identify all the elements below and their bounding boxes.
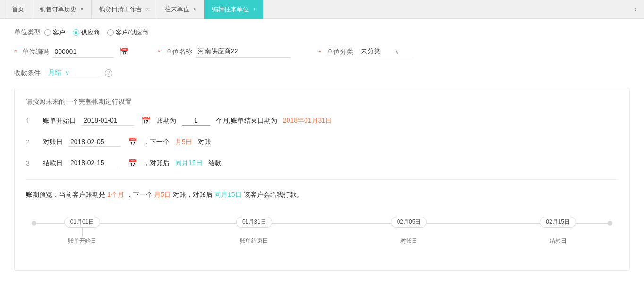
tab-edit-partner-label: 编辑往来单位 bbox=[212, 5, 249, 14]
timeline-node-2: 01月31日 账单结束日 bbox=[236, 217, 272, 245]
row-2-suffix-orange: 月5日 bbox=[175, 138, 192, 146]
row-3-num: 3 bbox=[26, 160, 37, 167]
preview-section: 账期预览：当前客户账期是 1个月 ，下一个 月5日 对账，对账后 同月15日 该… bbox=[26, 184, 618, 200]
row-1-period-label: 账期为 bbox=[156, 117, 176, 125]
row-3-calendar-icon[interactable]: 📅 bbox=[128, 159, 137, 168]
close-partner-unit-icon[interactable]: × bbox=[193, 6, 196, 13]
timeline-node-4: 02月15日 结款日 bbox=[540, 217, 576, 245]
tab-scroll-arrow[interactable]: › bbox=[630, 5, 640, 14]
timeline-left-dot bbox=[32, 221, 36, 226]
node-3-badge: 02月05日 bbox=[391, 217, 427, 228]
row-1-period-end: 2018年01月31日 bbox=[283, 117, 332, 125]
unit-name-group: * 单位名称 bbox=[157, 46, 290, 58]
close-cash-work-icon[interactable]: × bbox=[146, 6, 149, 13]
row-3-suffix-after: 结款 bbox=[208, 159, 221, 168]
close-sales-history-icon[interactable]: × bbox=[80, 6, 84, 13]
row-2-label: 对账日 bbox=[43, 138, 63, 146]
unit-type-label: 单位类型 bbox=[14, 28, 41, 37]
row-2-suffix-before: ，下一个 bbox=[143, 138, 169, 146]
payment-condition-select[interactable]: 月结 ∨ bbox=[44, 67, 101, 79]
unit-code-star: * bbox=[14, 48, 17, 56]
node-4-label: 结款日 bbox=[550, 237, 567, 245]
setting-row-3: 3 结款日 📅 ，对账后 同月15日 结款 bbox=[26, 158, 618, 168]
row-2-num: 2 bbox=[26, 138, 37, 146]
unit-name-label: 单位名称 bbox=[166, 48, 192, 56]
payment-condition-value: 月结 bbox=[48, 68, 61, 77]
row-3-suffix-cyan: 同月15日 bbox=[175, 159, 203, 168]
payment-condition-chevron-icon: ∨ bbox=[65, 69, 69, 76]
unit-classify-group: * 单位分类 未分类 ∨ bbox=[319, 45, 414, 58]
radio-supplier-label: 供应商 bbox=[81, 28, 100, 37]
unit-code-group: * 单位编码 📅 bbox=[14, 46, 129, 58]
row-1-period-input[interactable] bbox=[182, 116, 210, 126]
close-edit-partner-icon[interactable]: × bbox=[253, 6, 256, 13]
unit-classify-dropdown[interactable]: 未分类 ∨ bbox=[357, 45, 414, 58]
tab-bar: 首页 销售订单历史 × 钱货日清工作台 × 往来单位 × 编辑往来单位 × › bbox=[0, 0, 644, 19]
row-2-suffix-after: 对账 bbox=[198, 138, 211, 146]
radio-supplier-btn[interactable] bbox=[73, 29, 79, 36]
row-1-period-unit: 个月,账单结束日期为 bbox=[216, 117, 277, 125]
unit-classify-label: 单位分类 bbox=[327, 48, 353, 56]
main-content: 单位类型 客户 供应商 客户/供应商 * 单位编码 bbox=[0, 19, 644, 287]
row-2-date-input[interactable] bbox=[68, 137, 120, 147]
node-3-label: 对账日 bbox=[400, 237, 417, 245]
unit-code-label: 单位编码 bbox=[22, 48, 49, 56]
unit-classify-value: 未分类 bbox=[361, 47, 381, 56]
radio-both[interactable]: 客户/供应商 bbox=[107, 28, 148, 37]
node-3-vline bbox=[409, 228, 409, 237]
radio-customer-btn[interactable] bbox=[44, 29, 51, 36]
tab-cash-work[interactable]: 钱货日清工作台 × bbox=[92, 0, 157, 19]
tab-home[interactable]: 首页 bbox=[4, 0, 32, 19]
preview-part1: 1个月 bbox=[107, 191, 124, 198]
node-1-badge: 01月01日 bbox=[64, 217, 101, 228]
row-2-calendar-icon[interactable]: 📅 bbox=[128, 137, 137, 146]
node-4-vline bbox=[558, 228, 558, 237]
timeline-node-1: 01月01日 账单开始日 bbox=[64, 217, 101, 245]
settings-card: 请按照未来的一个完整帐期进行设置 1 账单开始日 📅 账期为 个月,账单结束日期… bbox=[14, 88, 630, 271]
node-2-vline bbox=[254, 228, 254, 237]
unit-type-group: 单位类型 客户 供应商 客户/供应商 bbox=[14, 28, 148, 37]
node-4-badge: 02月15日 bbox=[540, 217, 576, 228]
unit-code-input[interactable] bbox=[52, 46, 114, 58]
preview-label: 账期预览：当前客户账期是 bbox=[26, 191, 105, 198]
radio-supplier[interactable]: 供应商 bbox=[73, 28, 100, 37]
payment-condition-label: 收款条件 bbox=[14, 69, 41, 77]
timeline-right-dot bbox=[608, 221, 612, 226]
preview-part2: ，下一个 bbox=[126, 191, 153, 198]
timeline-line bbox=[35, 223, 609, 224]
node-2-label: 账单结束日 bbox=[240, 237, 268, 245]
unit-type-row: 单位类型 客户 供应商 客户/供应商 bbox=[14, 28, 630, 37]
tab-partner-unit[interactable]: 往来单位 × bbox=[157, 0, 204, 19]
node-1-label: 账单开始日 bbox=[68, 237, 96, 245]
tab-cash-work-label: 钱货日清工作台 bbox=[99, 5, 142, 14]
radio-both-label: 客户/供应商 bbox=[116, 28, 148, 37]
node-2-badge: 01月31日 bbox=[236, 217, 272, 228]
row-1-date-input[interactable] bbox=[82, 116, 134, 126]
setting-row-1: 1 账单开始日 📅 账期为 个月,账单结束日期为 2018年01月31日 bbox=[26, 116, 618, 126]
radio-both-btn[interactable] bbox=[107, 29, 114, 36]
unit-classify-star: * bbox=[319, 48, 321, 56]
radio-customer[interactable]: 客户 bbox=[44, 28, 65, 37]
timeline: 01月01日 账单开始日 01月31日 账单结束日 02月05日 对账日 bbox=[26, 209, 618, 261]
unit-name-input[interactable] bbox=[196, 46, 290, 58]
tab-sales-history-label: 销售订单历史 bbox=[40, 5, 76, 14]
tab-edit-partner[interactable]: 编辑往来单位 × bbox=[204, 0, 264, 19]
preview-part4: 对账，对账后 bbox=[173, 191, 212, 198]
row-3-date-input[interactable] bbox=[68, 158, 120, 168]
payment-condition-row: 收款条件 月结 ∨ ? bbox=[14, 67, 630, 79]
preview-part5: 同月15日 bbox=[214, 191, 242, 198]
tab-home-label: 首页 bbox=[12, 5, 24, 14]
row-1-label: 账单开始日 bbox=[43, 117, 76, 125]
row-1-num: 1 bbox=[26, 117, 37, 125]
help-icon[interactable]: ? bbox=[105, 69, 112, 77]
radio-customer-label: 客户 bbox=[53, 28, 65, 37]
preview-part3: 月5日 bbox=[154, 191, 171, 198]
row-1-calendar-icon[interactable]: 📅 bbox=[141, 116, 151, 125]
row-3-suffix-before: ，对账后 bbox=[143, 159, 169, 168]
classify-chevron-icon: ∨ bbox=[395, 48, 399, 55]
row-3-label: 结款日 bbox=[43, 159, 63, 168]
setting-row-2: 2 对账日 📅 ，下一个 月5日 对账 bbox=[26, 137, 618, 147]
unit-code-calendar-icon[interactable]: 📅 bbox=[119, 47, 129, 56]
tab-sales-history[interactable]: 销售订单历史 × bbox=[32, 0, 92, 19]
payment-condition-group: 收款条件 月结 ∨ ? bbox=[14, 67, 112, 79]
